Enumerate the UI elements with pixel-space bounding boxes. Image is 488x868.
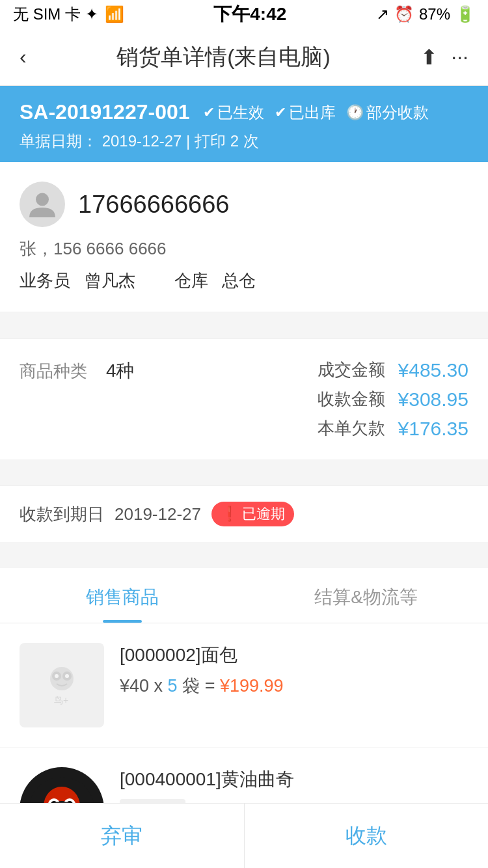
check-icon-1: ✔: [203, 104, 215, 121]
due-date-value: 2019-12-27: [115, 504, 201, 524]
customer-meta: 业务员 曾凡杰 仓库 总仓: [20, 269, 468, 292]
customer-contact: 张，156 6666 6666: [20, 237, 468, 260]
debt-amount-value: ¥176.35: [398, 418, 468, 440]
location-icon: ↗: [376, 5, 389, 23]
due-section: 收款到期日 2019-12-27 ❗ 已逾期: [0, 485, 488, 542]
cancel-button[interactable]: 弃审: [0, 804, 245, 868]
svg-point-0: [36, 193, 49, 206]
summary-section: 商品种类 4种 成交金额 ¥485.30 收款金额 ¥308.95 本单欠款 ¥…: [0, 338, 488, 459]
sales-label: 业务员 曾凡杰: [20, 269, 135, 292]
divider-1: [0, 312, 488, 325]
svg-text:鸟+: 鸟+: [54, 695, 68, 705]
share-button[interactable]: ⬆: [420, 45, 438, 70]
received-label: 收款金额: [318, 388, 385, 411]
product-name-1: [0000002]面包: [120, 643, 468, 668]
battery-status: 87%: [419, 5, 450, 23]
debt-amount-row: 本单欠款 ¥176.35: [318, 417, 468, 440]
due-date-label: 收款到期日: [20, 503, 104, 526]
product-item: 鸟+ [0000002]面包 ¥40 x 5 袋 = ¥199.99: [0, 623, 488, 748]
received-amount-value: ¥308.95: [398, 388, 468, 411]
customer-section: 17666666666 张，156 6666 6666 业务员 曾凡杰 仓库 总…: [0, 162, 488, 312]
status-effective: ✔ 已生效: [203, 102, 264, 123]
tab-settlement[interactable]: 结算&物流等: [244, 568, 488, 623]
tabs-header: 销售商品 结算&物流等: [0, 568, 488, 623]
product-name-2: [000400001]黄油曲奇: [120, 767, 468, 792]
back-button[interactable]: ‹: [20, 45, 27, 69]
status-bar: 无 SIM 卡 ✦ 📶 下午4:42 ↗ ⏰ 87% 🔋: [0, 0, 488, 29]
tab-sales-goods[interactable]: 销售商品: [0, 568, 244, 623]
nav-left: ‹: [20, 45, 27, 69]
deal-amount-value: ¥485.30: [398, 359, 468, 381]
order-date-info: 单据日期： 2019-12-27 | 打印 2 次: [20, 131, 468, 152]
bottom-bar: 弃审 收款: [0, 803, 488, 868]
status-left: 无 SIM 卡 ✦ 📶: [13, 4, 124, 25]
deal-amount-label: 成交金额: [318, 359, 385, 381]
product-info-1: [0000002]面包 ¥40 x 5 袋 = ¥199.99: [120, 643, 468, 698]
debt-label: 本单欠款: [318, 417, 385, 440]
warehouse-label: 仓库 总仓: [174, 269, 256, 292]
deal-amount-row: 成交金额 ¥485.30: [318, 359, 468, 381]
amount-info: 成交金额 ¥485.30 收款金额 ¥308.95 本单欠款 ¥176.35: [318, 359, 468, 440]
status-right: ↗ ⏰ 87% 🔋: [376, 5, 475, 23]
status-tags: ✔ 已生效 ✔ 已出库 🕐 部分收款: [203, 102, 429, 123]
nav-title: 销货单详情(来自电脑): [116, 42, 331, 72]
received-amount-row: 收款金额 ¥308.95: [318, 388, 468, 411]
order-number: SA-20191227-001: [20, 100, 190, 124]
status-shipped: ✔ 已出库: [275, 102, 336, 123]
status-partial: 🕐 部分收款: [346, 102, 429, 123]
category-value: 4种: [106, 360, 135, 381]
avatar: [20, 182, 65, 227]
header-banner: SA-20191227-001 ✔ 已生效 ✔ 已出库 🕐 部分收款 单据日期：…: [0, 86, 488, 162]
divider-3: [0, 542, 488, 555]
product-price-1: ¥40 x 5 袋 = ¥199.99: [120, 674, 468, 698]
category-info: 商品种类 4种: [20, 359, 134, 383]
svg-point-4: [55, 674, 59, 678]
overdue-badge: ❗ 已逾期: [211, 502, 294, 526]
divider-2: [0, 459, 488, 472]
customer-phone: 17666666666: [78, 191, 229, 219]
alarm-icon: ⏰: [394, 5, 414, 23]
sim-status: 无 SIM 卡 ✦: [13, 4, 98, 25]
warning-icon: ❗: [221, 506, 238, 522]
status-time: 下午4:42: [213, 2, 286, 27]
confirm-button[interactable]: 收款: [245, 804, 489, 868]
battery-icon: 🔋: [455, 5, 475, 23]
wifi-icon: 📶: [105, 5, 124, 23]
check-icon-2: ✔: [275, 104, 286, 121]
nav-right: ⬆ ···: [420, 45, 468, 70]
nav-bar: ‹ 销货单详情(来自电脑) ⬆ ···: [0, 29, 488, 86]
clock-icon: 🕐: [346, 104, 364, 121]
product-image-1: 鸟+: [20, 643, 104, 727]
svg-point-5: [65, 674, 69, 678]
more-button[interactable]: ···: [451, 45, 468, 69]
